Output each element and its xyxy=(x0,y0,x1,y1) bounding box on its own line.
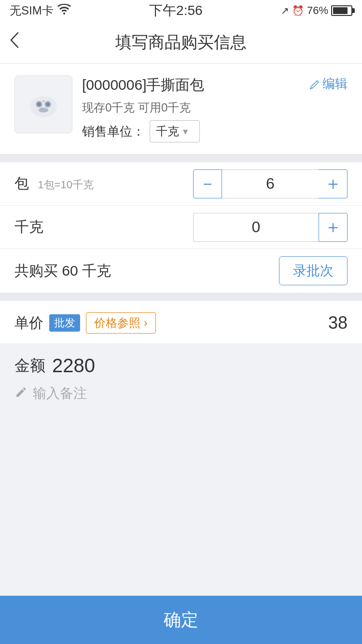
unit-dropdown[interactable]: 千克 ▾ xyxy=(150,120,200,142)
unit-label: 销售单位： xyxy=(82,123,145,140)
total-text: 共购买 60 千克 xyxy=(14,261,111,281)
location-icon: ↗ xyxy=(281,5,289,16)
nav-bar: 填写商品购买信息 xyxy=(0,21,362,64)
kg-label: 千克 xyxy=(14,217,193,237)
kg-controls: ＋ xyxy=(193,213,348,242)
price-value: 38 xyxy=(328,313,348,333)
edit-button[interactable]: 编辑 xyxy=(310,75,348,92)
remark-text: 输入备注 xyxy=(33,384,87,403)
back-button[interactable] xyxy=(10,32,19,53)
page-title: 填写商品购买信息 xyxy=(115,31,247,54)
amount-section: 金额 2280 输入备注 xyxy=(0,343,362,409)
svg-point-3 xyxy=(37,102,41,106)
batch-button[interactable]: 录批次 xyxy=(279,256,348,285)
package-minus-button[interactable]: － xyxy=(193,169,222,198)
section-separator-1 xyxy=(0,154,362,162)
kg-qty-input[interactable] xyxy=(193,213,319,242)
svg-point-4 xyxy=(46,102,50,106)
alarm-icon: ⏰ xyxy=(292,5,304,16)
amount-row: 金额 2280 xyxy=(14,355,348,377)
carrier-text: 无SIM卡 xyxy=(10,3,54,18)
package-row: 包 1包=10千克 － ＋ xyxy=(0,162,362,206)
kg-plus-button[interactable]: ＋ xyxy=(319,213,348,242)
product-image xyxy=(14,75,72,133)
price-row: 单价 批发 价格参照 › 38 xyxy=(14,312,348,334)
wifi-icon xyxy=(57,4,71,17)
status-time: 下午2:56 xyxy=(149,1,203,20)
product-unit-row: 销售单位： 千克 ▾ xyxy=(82,120,348,142)
batch-tag: 批发 xyxy=(49,314,80,332)
price-label: 单价 xyxy=(14,313,43,333)
status-right: ↗ ⏰ 76% xyxy=(281,4,352,17)
total-row: 共购买 60 千克 录批次 xyxy=(0,249,362,293)
svg-point-0 xyxy=(30,96,57,117)
price-ref-button[interactable]: 价格参照 › xyxy=(86,312,156,334)
confirm-label: 确定 xyxy=(164,608,198,632)
amount-value: 2280 xyxy=(52,355,95,377)
product-stock: 现存0千克 可用0千克 xyxy=(82,100,348,115)
package-label: 包 1包=10千克 xyxy=(14,174,193,194)
status-left: 无SIM卡 xyxy=(10,3,71,18)
confirm-bar[interactable]: 确定 xyxy=(0,596,362,644)
battery-percent: 76% xyxy=(307,4,328,17)
product-name: [0000006]手撕面包 xyxy=(82,75,204,95)
amount-label: 金额 xyxy=(14,355,45,377)
price-section: 单价 批发 价格参照 › 38 xyxy=(0,300,362,343)
status-bar: 无SIM卡 下午2:56 ↗ ⏰ 76% xyxy=(0,0,362,21)
input-section: 包 1包=10千克 － ＋ 千克 ＋ xyxy=(0,162,362,249)
package-qty-input[interactable] xyxy=(222,169,319,198)
battery-icon xyxy=(331,5,352,16)
product-card: [0000006]手撕面包 编辑 现存0千克 可用0千克 销售单位： 千克 ▾ xyxy=(0,64,362,154)
kg-row: 千克 ＋ xyxy=(0,206,362,249)
package-sub-label: 1包=10千克 xyxy=(38,179,94,191)
page-filler xyxy=(0,409,362,602)
remark-icon xyxy=(14,385,28,402)
section-separator-2 xyxy=(0,293,362,300)
product-info: [0000006]手撕面包 编辑 现存0千克 可用0千克 销售单位： 千克 ▾ xyxy=(82,75,348,142)
package-controls: － ＋ xyxy=(193,169,348,198)
package-plus-button[interactable]: ＋ xyxy=(319,169,348,198)
svg-point-5 xyxy=(39,108,48,112)
price-label-group: 单价 批发 价格参照 › xyxy=(14,312,156,334)
remark-row[interactable]: 输入备注 xyxy=(14,384,348,403)
